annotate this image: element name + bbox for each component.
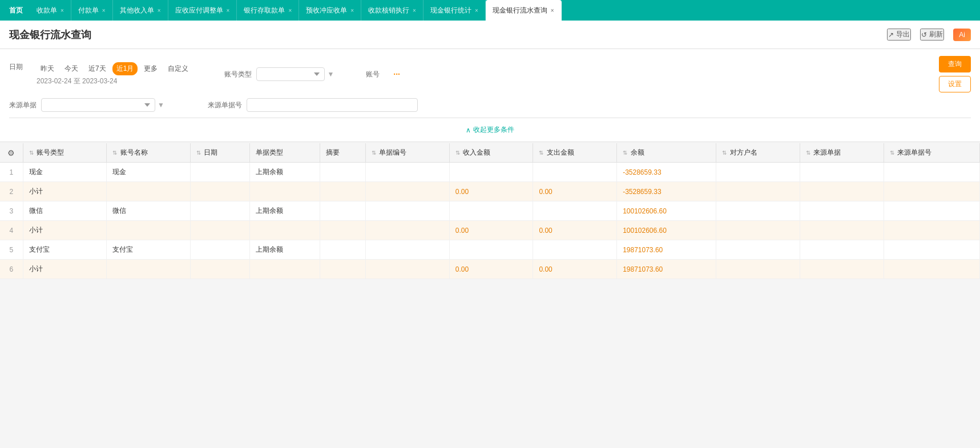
nav-tab-prepay[interactable]: 预收冲应收单 ×	[299, 0, 361, 21]
table-cell	[320, 201, 365, 221]
col-gear[interactable]: ⚙	[0, 143, 23, 163]
account-filter: 账号 ···	[366, 70, 400, 79]
table-cell: 6	[0, 260, 23, 279]
query-button[interactable]: 查询	[939, 56, 971, 72]
source-doc-select[interactable]	[41, 98, 155, 112]
nav-tab-bank-deposit[interactable]: 银行存取款单 ×	[237, 0, 299, 21]
account-type-label: 账号类型	[224, 70, 252, 79]
table-cell: 上期余额	[249, 240, 320, 260]
table-cell	[884, 240, 979, 260]
table-cell: 小计	[23, 260, 107, 279]
col-counterparty[interactable]: ⇅ 对方户名	[716, 143, 800, 163]
col-summary: 摘要	[320, 143, 365, 163]
table-cell	[320, 182, 365, 201]
col-date[interactable]: ⇅ 日期	[190, 143, 249, 163]
account-type-select[interactable]	[256, 67, 325, 81]
nav-tab-fukuan[interactable]: 付款单 ×	[71, 0, 113, 21]
refresh-button[interactable]: ↺ 刷新	[920, 29, 944, 41]
date-btn-custom[interactable]: 自定义	[164, 62, 192, 75]
col-source-doc-no[interactable]: ⇅ 来源单据号	[884, 143, 979, 163]
sort-income-icon: ⇅	[455, 150, 460, 156]
col-doc-no[interactable]: ⇅ 单据编号	[366, 143, 450, 163]
col-income[interactable]: ⇅ 收入金额	[449, 143, 533, 163]
table-cell: 微信	[23, 201, 107, 221]
date-btn-today[interactable]: 今天	[61, 62, 82, 75]
source-doc-no-input[interactable]	[247, 98, 418, 112]
table-cell	[320, 163, 365, 182]
table-cell	[190, 182, 249, 201]
table-cell: 0.00	[449, 182, 533, 201]
sort-source-doc-icon: ⇅	[806, 150, 810, 156]
collapse-bar[interactable]: ∧ 收起更多条件	[9, 122, 971, 135]
table-row: 6小计0.000.0019871073.60	[0, 260, 980, 279]
table-cell	[366, 182, 450, 201]
sort-account-name-icon: ⇅	[112, 150, 117, 156]
date-btn-7days[interactable]: 近7天	[84, 62, 110, 75]
col-account-type[interactable]: ⇅ 账号类型	[23, 143, 107, 163]
page-title: 现金银行流水查询	[9, 28, 91, 42]
sort-date-icon: ⇅	[196, 150, 201, 156]
table-cell	[884, 182, 979, 201]
table-cell	[449, 240, 533, 260]
nav-tab-bank-flow[interactable]: 现金银行流水查询 ×	[486, 0, 562, 21]
nav-tab-home[interactable]: 首页	[2, 0, 30, 21]
table-cell	[107, 221, 191, 240]
filter-row-1: 日期 昨天 今天 近7天 近1月 更多 自定义 2023-02-24 至 202…	[9, 56, 971, 92]
date-btn-1month[interactable]: 近1月	[112, 62, 138, 75]
col-account-name[interactable]: ⇅ 账号名称	[107, 143, 191, 163]
table-cell: 1	[0, 163, 23, 182]
table-cell	[716, 163, 800, 182]
close-adjustment-icon[interactable]: ×	[227, 7, 230, 14]
account-type-filter: 账号类型 ▼	[224, 67, 334, 81]
table-cell	[366, 221, 450, 240]
table-cell	[320, 221, 365, 240]
table-cell: 支付宝	[23, 240, 107, 260]
nav-tab-bank-stats[interactable]: 现金银行统计 ×	[424, 0, 486, 21]
date-options: 昨天 今天 近7天 近1月 更多 自定义 2023-02-24 至 2023-0…	[37, 62, 192, 86]
gear-icon[interactable]: ⚙	[7, 148, 15, 158]
table-cell	[190, 163, 249, 182]
table-cell: 0.00	[533, 221, 617, 240]
close-prepay-icon[interactable]: ×	[350, 7, 354, 14]
date-btn-yesterday[interactable]: 昨天	[37, 62, 58, 75]
ai-button[interactable]: Ai	[953, 29, 971, 41]
table-cell	[716, 182, 800, 201]
table-cell: 3	[0, 201, 23, 221]
nav-tab-collection[interactable]: 收款核销执行 ×	[361, 0, 424, 21]
close-bank-flow-icon[interactable]: ×	[551, 7, 554, 14]
table-cell	[884, 221, 979, 240]
table-cell: -3528659.33	[617, 163, 716, 182]
col-source-doc[interactable]: ⇅ 来源单据	[800, 143, 884, 163]
close-bank-stats-icon[interactable]: ×	[475, 7, 478, 14]
table-cell: 小计	[23, 221, 107, 240]
close-other-income-icon[interactable]: ×	[158, 7, 161, 14]
table-cell: 0.00	[533, 182, 617, 201]
nav-tab-adjustment[interactable]: 应收应付调整单 ×	[168, 0, 237, 21]
close-collection-icon[interactable]: ×	[413, 7, 416, 14]
table-cell	[366, 201, 450, 221]
close-fukuan-icon[interactable]: ×	[102, 7, 106, 14]
close-bank-deposit-icon[interactable]: ×	[288, 7, 292, 14]
table-cell	[190, 260, 249, 279]
date-btn-more[interactable]: 更多	[140, 62, 162, 75]
table-cell	[190, 240, 249, 260]
table-row: 5支付宝支付宝上期余额19871073.60	[0, 240, 980, 260]
nav-tab-shoukuan[interactable]: 收款单 ×	[30, 0, 71, 21]
settings-button[interactable]: 设置	[939, 76, 971, 92]
table-cell	[716, 201, 800, 221]
data-table: ⚙ ⇅ 账号类型 ⇅ 账号名称 ⇅ 日期 单据类型 摘要	[0, 143, 980, 279]
table-cell: 0.00	[533, 260, 617, 279]
export-icon: ↗	[888, 31, 894, 39]
sort-expense-icon: ⇅	[539, 150, 543, 156]
export-button[interactable]: ↗ 导出	[887, 29, 911, 41]
table-cell: 2	[0, 182, 23, 201]
col-balance[interactable]: ⇅ 余额	[617, 143, 716, 163]
table-cell: 微信	[107, 201, 191, 221]
account-more-dots[interactable]: ···	[393, 70, 400, 79]
nav-tab-other-income[interactable]: 其他收入单 ×	[113, 0, 168, 21]
table-cell: -3528659.33	[617, 182, 716, 201]
col-expense[interactable]: ⇅ 支出金额	[533, 143, 617, 163]
close-shoukuan-icon[interactable]: ×	[61, 7, 64, 14]
col-doc-type: 单据类型	[249, 143, 320, 163]
action-buttons: 查询 设置	[939, 56, 971, 92]
